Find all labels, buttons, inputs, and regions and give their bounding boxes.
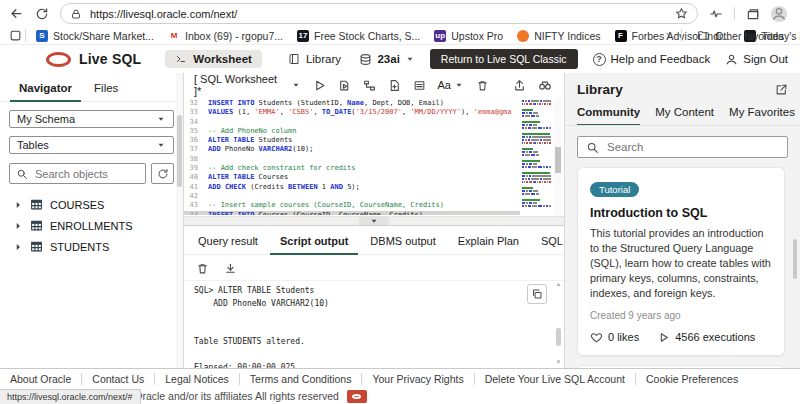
- footer-link-your-privacy-rights[interactable]: Your Privacy Rights: [362, 373, 474, 385]
- editor-scrollbar[interactable]: [554, 97, 562, 215]
- library-tab-community[interactable]: Community: [577, 106, 640, 126]
- code-line[interactable]: 34: [184, 118, 520, 127]
- find-button[interactable]: [538, 78, 552, 92]
- explain-plan-button[interactable]: [363, 79, 376, 92]
- footer-link-terms-and-conditions[interactable]: Terms and Conditions: [240, 373, 363, 385]
- collections-icon[interactable]: [746, 7, 760, 21]
- oracle-logo-icon: [46, 52, 71, 67]
- footer-link-legal-notices[interactable]: Legal Notices: [155, 373, 240, 385]
- library-search[interactable]: [577, 136, 788, 158]
- refresh-objects-button[interactable]: [151, 163, 174, 184]
- bookmark-item[interactable]: MInbox (69) - rgopu7...: [161, 30, 290, 42]
- chevron-down-icon: [156, 140, 166, 150]
- library-card[interactable]: TutorialIntroduction to SQLThis tutorial…: [577, 167, 785, 356]
- nav-worksheet[interactable]: Worksheet: [165, 50, 262, 68]
- saved-statements-button[interactable]: [413, 79, 426, 92]
- footer-link-about-oracle[interactable]: About Oracle: [0, 373, 82, 385]
- run-script-button[interactable]: [338, 79, 351, 92]
- library-scrollbar[interactable]: [792, 235, 798, 364]
- object-type-select[interactable]: Tables: [9, 136, 174, 154]
- bookmark-item[interactable]: SStock/Share Market...: [29, 30, 161, 42]
- browser-toolbar: [0, 0, 800, 27]
- browser-essentials-icon[interactable]: [709, 7, 723, 21]
- worksheet-title-menu[interactable]: [ SQL Worksheet ]*: [194, 73, 301, 97]
- output-scrollbar[interactable]: ▲ ▼: [555, 281, 562, 366]
- reload-icon[interactable]: [35, 7, 49, 21]
- clear-output-button[interactable]: [196, 262, 209, 275]
- library-tabs: CommunityMy ContentMy FavoritesRecently: [565, 97, 800, 126]
- code-line[interactable]: 37ADD PhoneNo VARCHAR2(10);: [184, 145, 520, 154]
- object-search[interactable]: [9, 163, 146, 184]
- code-line[interactable]: 44INSERT INTO Courses (CourseID, CourseN…: [184, 211, 520, 215]
- url-input[interactable]: [88, 7, 669, 21]
- code-text: INSERT INTO Courses (CourseID, CourseNam…: [208, 211, 423, 215]
- object-search-input[interactable]: [33, 167, 139, 181]
- open-library-icon[interactable]: [775, 83, 788, 96]
- tree-item-courses[interactable]: COURSES: [0, 194, 183, 215]
- likes-count: 0 likes: [608, 331, 639, 343]
- output-toolbar: [184, 255, 564, 280]
- code-line[interactable]: 36ALTER TABLE Students: [184, 136, 520, 145]
- sidebar-scrollbar[interactable]: [176, 73, 183, 368]
- nav-library[interactable]: Library: [278, 50, 351, 68]
- other-favorites-button[interactable]: Other favorites: [690, 29, 791, 42]
- bookmark-item[interactable]: 17Free Stock Charts, S...: [290, 30, 427, 42]
- code-line[interactable]: 40ALTER TABLE Courses: [184, 173, 520, 182]
- bookmark-item[interactable]: upUpstox Pro: [427, 30, 510, 42]
- bookmark-favicon: 17: [297, 30, 309, 42]
- code-line[interactable]: 41ADD CHECK (Credits BETWEEN 1 AND 5);: [184, 183, 520, 192]
- card-stats: 0 likes4566 executions: [590, 331, 772, 344]
- code-line[interactable]: 38: [184, 155, 520, 164]
- code-line[interactable]: 35-- Add PhoneNo column: [184, 127, 520, 136]
- code-line[interactable]: 32INSERT INTO Students (StudentID, Name,…: [184, 99, 520, 108]
- chevron-down-icon: [156, 114, 166, 124]
- tab-query-result[interactable]: Query result: [188, 232, 268, 254]
- tree-item-students[interactable]: STUDENTS: [0, 236, 183, 257]
- footer-link-delete-your-live-sql-account[interactable]: Delete Your Live SQL Account: [475, 373, 636, 385]
- copy-output-button[interactable]: [527, 284, 547, 304]
- library-tab-my-favorites[interactable]: My Favorites: [729, 106, 795, 125]
- share-worksheet-button[interactable]: [513, 79, 526, 92]
- apps-icon[interactable]: [9, 29, 22, 42]
- code-line[interactable]: 42: [184, 192, 520, 201]
- site-info-icon[interactable]: [70, 8, 82, 20]
- schema-select[interactable]: My Schema: [9, 110, 174, 128]
- code-line[interactable]: 43-- Insert sample courses (CourseID, Co…: [184, 201, 520, 210]
- card-description: This tutorial provides an introduction t…: [590, 226, 772, 302]
- new-worksheet-button[interactable]: [388, 79, 401, 92]
- run-button[interactable]: [313, 79, 326, 92]
- editor-minimap[interactable]: [522, 100, 551, 210]
- address-bar[interactable]: [60, 3, 698, 24]
- tab-dbms-output[interactable]: DBMS output: [360, 232, 445, 254]
- database-selector[interactable]: 23ai: [359, 53, 414, 66]
- sign-out-button[interactable]: Sign Out: [725, 53, 788, 66]
- library-search-input[interactable]: [605, 140, 779, 154]
- library-tab-my-content[interactable]: My Content: [655, 106, 714, 125]
- back-icon[interactable]: [9, 6, 24, 21]
- download-output-button[interactable]: [224, 262, 237, 275]
- tab-explain-plan[interactable]: Explain Plan: [448, 232, 529, 254]
- tab-script-output[interactable]: Script output: [270, 232, 358, 255]
- footer-link-contact-us[interactable]: Contact Us: [82, 373, 155, 385]
- return-to-classic-button[interactable]: Return to Live SQL Classic: [430, 49, 578, 69]
- editor-collapse-handle[interactable]: [359, 216, 389, 225]
- tab-files[interactable]: Files: [85, 79, 127, 101]
- help-feedback-button[interactable]: ? Help and Feedback: [593, 53, 711, 66]
- footer-link-cookie-preferences[interactable]: Cookie Preferences: [636, 373, 748, 385]
- tree-item-enrollments[interactable]: ENROLLMENTS: [0, 215, 183, 236]
- main-area: Navigator Files My Schema Tables C: [0, 73, 800, 368]
- font-size-button[interactable]: Aa: [438, 79, 464, 91]
- clear-worksheet-button[interactable]: [476, 79, 489, 92]
- favorite-star-icon[interactable]: [675, 7, 688, 20]
- chevron-down-icon: [369, 216, 379, 226]
- profile-avatar[interactable]: [771, 6, 787, 22]
- bookmarks-overflow-icon[interactable]: [663, 31, 673, 41]
- code-line[interactable]: 33VALUES (1, 'EMMA', 'CSBS', TO_DATE('3/…: [184, 108, 520, 117]
- likes-stat[interactable]: 0 likes: [590, 331, 639, 344]
- code-text: INSERT INTO Students (StudentID, Name, D…: [208, 99, 444, 108]
- tab-navigator[interactable]: Navigator: [10, 79, 81, 102]
- bookmark-item[interactable]: NIFTY Indices: [510, 30, 607, 42]
- code-editor[interactable]: 32INSERT INTO Students (StudentID, Name,…: [184, 97, 564, 225]
- code-line[interactable]: 39-- Add check constraint for credits: [184, 164, 520, 173]
- line-number: 32: [184, 99, 208, 108]
